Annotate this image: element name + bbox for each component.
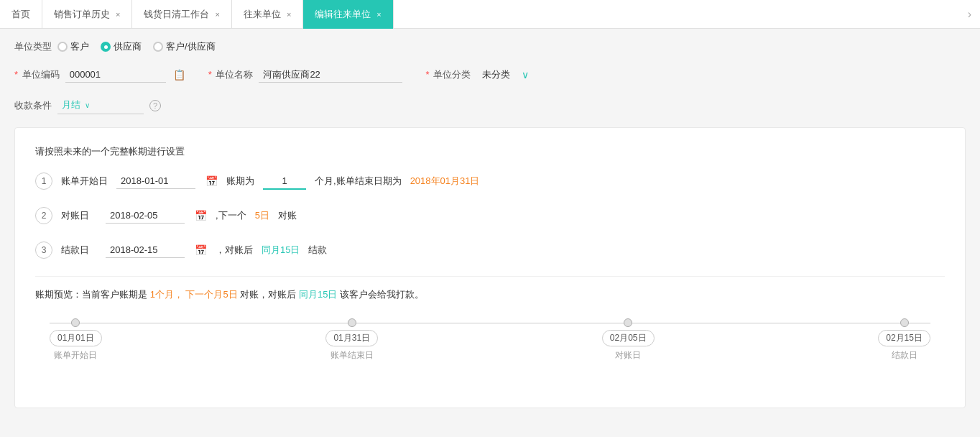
timeline-label-1: 账单开始日 xyxy=(54,349,97,362)
unit-type-label: 单位类型 xyxy=(14,40,52,53)
radio-supplier-label: 供应商 xyxy=(114,40,142,53)
radio-customer-circle xyxy=(57,42,68,52)
setting-row-2: 2 对账日 📅 ,下一个 5日 对账 xyxy=(35,207,945,224)
period-prefix: 账期为 xyxy=(226,175,254,188)
preview-3: 同月15日 xyxy=(299,289,337,300)
tab-sales-history-close[interactable]: × xyxy=(116,10,120,19)
tab-cashflow-close[interactable]: × xyxy=(215,10,219,19)
tab-edit-partner-close[interactable]: × xyxy=(376,10,381,19)
unit-code-copy-icon[interactable]: 📋 xyxy=(173,69,185,80)
payment-date-calendar-icon[interactable]: 📅 xyxy=(195,244,207,256)
preview-label: 账期预览：当前客户账期是 xyxy=(35,289,147,300)
timeline-point-3: 02月05日 对账日 xyxy=(602,318,655,362)
timeline-badge-3: 02月05日 xyxy=(602,330,655,346)
timeline-points: 01月01日 账单开始日 01月31日 账单结束日 02月05日 对账日 xyxy=(50,318,930,362)
help-icon[interactable]: ? xyxy=(149,100,161,111)
unit-name-input[interactable] xyxy=(259,67,402,83)
setting-row-3: 3 结款日 📅 ，对账后 同月15日 结款 xyxy=(35,242,945,259)
payment-desc-suffix: 结款 xyxy=(308,244,327,257)
timeline-point-1: 01月01日 账单开始日 xyxy=(50,318,102,362)
timeline-badge-2: 01月31日 xyxy=(325,330,378,346)
unit-category-value: 未分类 xyxy=(476,66,516,83)
unit-category-item: * 单位分类 未分类 ∨ xyxy=(425,66,529,83)
period-end-date: 2018年01月31日 xyxy=(410,175,480,188)
payment-desc-prefix: ，对账后 xyxy=(216,244,253,257)
tab-sales-history-label: 销售订单历史 xyxy=(54,8,110,21)
tab-more-button[interactable]: › xyxy=(959,8,980,21)
timeline: 01月01日 账单开始日 01月31日 账单结束日 02月05日 对账日 xyxy=(35,318,945,390)
radio-customer-label: 客户 xyxy=(70,40,89,53)
reconcile-desc-prefix: ,下一个 xyxy=(216,209,246,222)
payment-condition-arrow: ∨ xyxy=(85,101,93,109)
unit-name-item: * 单位名称 xyxy=(208,67,403,83)
timeline-label-2: 账单结束日 xyxy=(330,349,374,362)
radio-both-label: 客户/供应商 xyxy=(166,40,216,53)
setting-box: 请按照未来的一个完整帐期进行设置 1 账单开始日 📅 账期为 个月,账单结束日期… xyxy=(14,127,966,408)
preview-1: 1个月， xyxy=(150,289,183,300)
payment-condition-label: 收款条件 xyxy=(14,99,52,112)
tab-partner-label: 往来单位 xyxy=(244,8,281,21)
preview-text: 账期预览：当前客户账期是 1个月， 下一个月5日 对账，对账后 同月15日 该客… xyxy=(35,288,945,301)
timeline-label-4: 结款日 xyxy=(892,349,917,362)
unit-category-dropdown[interactable]: ∨ xyxy=(522,69,529,80)
row-num-1: 1 xyxy=(35,172,52,190)
unit-category-star: * xyxy=(425,69,429,80)
tab-cashflow[interactable]: 钱货日清工作台 × xyxy=(132,0,231,29)
preview-section: 账期预览：当前客户账期是 1个月， 下一个月5日 对账，对账后 同月15日 该客… xyxy=(35,276,945,390)
unit-type-item: 单位类型 客户 供应商 客户/供应商 xyxy=(14,40,216,53)
tab-edit-partner-label: 编辑往来单位 xyxy=(315,8,371,21)
unit-code-input[interactable] xyxy=(65,67,166,83)
setting-row-1: 1 账单开始日 📅 账期为 个月,账单结束日期为 2018年01月31日 xyxy=(35,172,945,190)
unit-name-star: * xyxy=(208,69,212,80)
tab-bar: 首页 销售订单历史 × 钱货日清工作台 × 往来单位 × 编辑往来单位 × › xyxy=(0,0,980,29)
radio-supplier-circle xyxy=(101,42,111,52)
payment-condition-select[interactable]: 月结 ∨ xyxy=(57,96,144,114)
timeline-point-4: 02月15日 结款日 xyxy=(878,318,930,362)
timeline-point-2: 01月31日 账单结束日 xyxy=(325,318,378,362)
row-num-3: 3 xyxy=(35,242,52,259)
unit-type-radio-group: 客户 供应商 客户/供应商 xyxy=(57,40,216,53)
payment-condition-item: 收款条件 月结 ∨ ? xyxy=(14,96,161,114)
preview-2: 下一个月5日 xyxy=(185,289,237,300)
row-num-2: 2 xyxy=(35,207,52,224)
payment-condition-row: 收款条件 月结 ∨ ? xyxy=(14,96,966,114)
start-date-calendar-icon[interactable]: 📅 xyxy=(205,175,218,187)
timeline-dot-1 xyxy=(71,318,80,327)
reconcile-date-input[interactable] xyxy=(106,208,185,224)
radio-both[interactable]: 客户/供应商 xyxy=(153,40,216,53)
reconcile-desc-suffix: 对账 xyxy=(278,209,297,222)
payment-condition-value: 月结 xyxy=(57,96,85,114)
preview-mid: 对账，对账后 xyxy=(240,289,296,300)
start-date-input[interactable] xyxy=(116,173,195,189)
payment-date-input[interactable] xyxy=(106,242,185,258)
timeline-label-3: 对账日 xyxy=(615,349,641,362)
row-label-1: 账单开始日 xyxy=(61,175,108,188)
row-label-3: 结款日 xyxy=(61,244,97,257)
timeline-dot-4 xyxy=(900,318,909,327)
reconcile-date-calendar-icon[interactable]: 📅 xyxy=(195,210,207,221)
unit-category-label: * 单位分类 xyxy=(425,68,471,81)
timeline-badge-4: 02月15日 xyxy=(878,330,930,346)
period-unit: 个月,账单结束日期为 xyxy=(315,175,402,188)
timeline-badge-1: 01月01日 xyxy=(50,330,102,346)
timeline-dot-3 xyxy=(624,318,632,327)
unit-name-label: * 单位名称 xyxy=(208,68,254,81)
unit-type-row: 单位类型 客户 供应商 客户/供应商 xyxy=(14,40,966,53)
payment-highlight: 同月15日 xyxy=(262,244,300,257)
tab-partner[interactable]: 往来单位 × xyxy=(232,0,303,29)
period-value-input[interactable] xyxy=(263,173,306,190)
radio-supplier[interactable]: 供应商 xyxy=(101,40,142,53)
unit-code-label: * 单位编码 xyxy=(14,68,60,81)
unit-info-row: * 单位编码 📋 * 单位名称 * 单位分类 未分类 ∨ xyxy=(14,66,966,83)
tab-home[interactable]: 首页 xyxy=(0,0,42,29)
tab-edit-partner[interactable]: 编辑往来单位 × xyxy=(303,0,393,29)
tab-home-label: 首页 xyxy=(11,8,30,21)
setting-title: 请按照未来的一个完整帐期进行设置 xyxy=(35,145,945,158)
tab-sales-history[interactable]: 销售订单历史 × xyxy=(42,0,132,29)
tab-partner-close[interactable]: × xyxy=(287,10,291,19)
tab-cashflow-label: 钱货日清工作台 xyxy=(144,8,209,21)
unit-code-star: * xyxy=(14,69,18,80)
radio-customer[interactable]: 客户 xyxy=(57,40,89,53)
row-label-2: 对账日 xyxy=(61,209,97,222)
radio-both-circle xyxy=(153,42,163,52)
